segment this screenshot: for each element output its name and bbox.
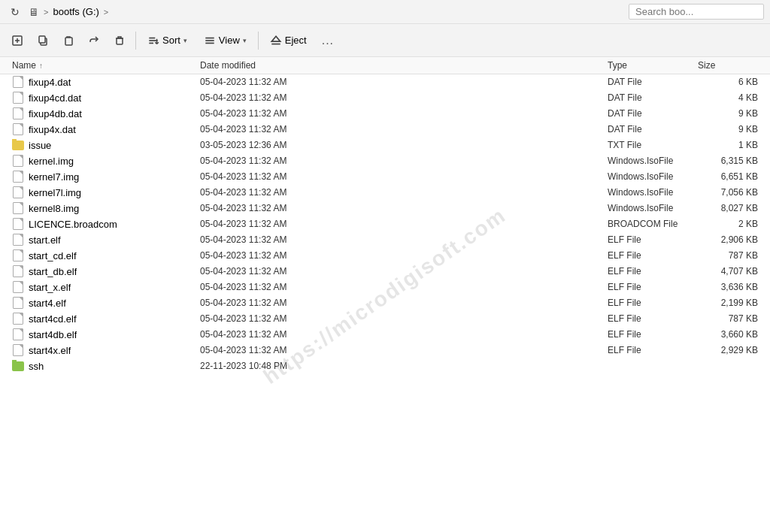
table-row[interactable]: start4db.elf 05-04-2023 11:32 AM ELF Fil… (0, 327, 770, 343)
file-type: ELF File (608, 345, 698, 355)
file-date: 05-04-2023 11:32 AM (200, 203, 608, 213)
file-type: Windows.IsoFile (608, 187, 698, 198)
file-icon (12, 313, 24, 325)
breadcrumb-path[interactable]: bootfs (G:) (53, 6, 99, 17)
file-icon (12, 186, 24, 198)
table-row[interactable]: fixup4x.dat 05-04-2023 11:32 AM DAT File… (0, 122, 770, 138)
file-name: start.elf (29, 234, 61, 246)
file-type: Windows.IsoFile (608, 203, 698, 213)
file-size: 6,315 KB (698, 156, 758, 166)
file-size: 9 KB (698, 108, 758, 119)
file-icon (12, 297, 24, 309)
breadcrumb-chevron-1: > (44, 8, 48, 17)
toolbar-separator-1 (135, 32, 136, 50)
table-row[interactable]: start.elf 05-04-2023 11:32 AM ELF File 2… (0, 232, 770, 248)
file-name-cell: fixup4.dat (12, 76, 200, 88)
search-input[interactable] (629, 4, 764, 20)
table-row[interactable]: start4x.elf 05-04-2023 11:32 AM ELF File… (0, 343, 770, 358)
file-name-cell: ssh (12, 360, 200, 372)
eject-button[interactable]: Eject (263, 31, 314, 50)
file-name: fixup4.dat (29, 77, 71, 88)
view-chevron: ▾ (243, 37, 247, 44)
file-date: 05-04-2023 11:32 AM (200, 77, 608, 87)
col-date[interactable]: Date modified (200, 60, 608, 71)
table-row[interactable]: start_x.elf 05-04-2023 11:32 AM ELF File… (0, 280, 770, 295)
refresh-button[interactable]: ↻ (6, 6, 24, 18)
file-name-cell: fixup4x.dat (12, 123, 200, 135)
file-name-cell: start_db.elf (12, 265, 200, 277)
table-row[interactable]: LICENCE.broadcom 05-04-2023 11:32 AM BRO… (0, 216, 770, 232)
file-type: ELF File (608, 266, 698, 277)
new-button[interactable] (6, 31, 29, 50)
file-date: 05-04-2023 11:32 AM (200, 234, 608, 245)
file-date: 05-04-2023 11:32 AM (200, 187, 608, 198)
file-name-cell: LICENCE.broadcom (12, 218, 200, 230)
file-name: start4cd.elf (29, 313, 77, 325)
file-type: DAT File (608, 92, 698, 103)
file-name: start_x.elf (29, 282, 71, 293)
file-icon (12, 123, 24, 135)
file-date: 05-04-2023 11:32 AM (200, 345, 608, 355)
more-button[interactable]: ... (317, 30, 339, 51)
table-row[interactable]: kernel8.img 05-04-2023 11:32 AM Windows.… (0, 201, 770, 216)
table-row[interactable]: start4cd.elf 05-04-2023 11:32 AM ELF Fil… (0, 311, 770, 327)
file-name-cell: start4.elf (12, 297, 200, 309)
col-type[interactable]: Type (608, 60, 698, 71)
share-button[interactable] (83, 31, 105, 50)
table-row[interactable]: kernel.img 05-04-2023 11:32 AM Windows.I… (0, 153, 770, 169)
file-name-cell: kernel7l.img (12, 186, 200, 198)
sort-label: Sort (162, 35, 180, 46)
file-type: ELF File (608, 234, 698, 245)
sort-button[interactable]: Sort ▾ (141, 31, 194, 50)
column-headers: Name ↑ Date modified Type Size (0, 57, 770, 74)
file-size: 4,707 KB (698, 266, 758, 277)
file-type: ELF File (608, 282, 698, 292)
table-row[interactable]: issue 03-05-2023 12:36 AM TXT File 1 KB (0, 138, 770, 153)
sort-chevron: ▾ (183, 37, 187, 44)
file-size: 2 KB (698, 219, 758, 229)
table-row[interactable]: fixup4cd.dat 05-04-2023 11:32 AM DAT Fil… (0, 90, 770, 106)
file-date: 05-04-2023 11:32 AM (200, 266, 608, 277)
file-size: 7,056 KB (698, 187, 758, 198)
table-row[interactable]: start_db.elf 05-04-2023 11:32 AM ELF Fil… (0, 264, 770, 280)
file-size: 6 KB (698, 77, 758, 87)
table-row[interactable]: kernel7l.img 05-04-2023 11:32 AM Windows… (0, 185, 770, 201)
file-icon (12, 234, 24, 246)
file-icon (12, 360, 24, 372)
file-icon (12, 281, 24, 293)
file-name-cell: kernel8.img (12, 202, 200, 214)
table-row[interactable]: start4.elf 05-04-2023 11:32 AM ELF File … (0, 295, 770, 311)
file-name-cell: fixup4db.dat (12, 107, 200, 119)
file-type: ELF File (608, 250, 698, 261)
file-list: fixup4.dat 05-04-2023 11:32 AM DAT File … (0, 74, 770, 528)
eject-label: Eject (285, 35, 307, 46)
file-name: fixup4db.dat (29, 108, 82, 119)
delete-button[interactable] (108, 31, 131, 50)
copy-button[interactable] (32, 31, 54, 50)
file-name-cell: start_x.elf (12, 281, 200, 293)
file-icon (12, 344, 24, 356)
col-size[interactable]: Size (698, 60, 758, 71)
file-name-cell: start.elf (12, 234, 200, 246)
table-row[interactable]: fixup4.dat 05-04-2023 11:32 AM DAT File … (0, 74, 770, 90)
file-icon (12, 265, 24, 277)
table-row[interactable]: start_cd.elf 05-04-2023 11:32 AM ELF Fil… (0, 248, 770, 264)
table-row[interactable]: ssh 22-11-2023 10:48 PM (0, 358, 770, 374)
file-icon (12, 218, 24, 230)
view-button[interactable]: View ▾ (197, 31, 253, 50)
file-name-cell: start4cd.elf (12, 313, 200, 325)
col-name[interactable]: Name ↑ (12, 60, 200, 71)
file-type: BROADCOM File (608, 219, 698, 229)
file-type: DAT File (608, 77, 698, 87)
file-name: kernel7l.img (29, 187, 81, 198)
file-icon (12, 171, 24, 183)
file-type: Windows.IsoFile (608, 171, 698, 182)
table-row[interactable]: fixup4db.dat 05-04-2023 11:32 AM DAT Fil… (0, 106, 770, 122)
paste-button[interactable] (57, 31, 80, 50)
file-name-cell: start4x.elf (12, 344, 200, 356)
file-date: 05-04-2023 11:32 AM (200, 219, 608, 229)
file-size: 4 KB (698, 92, 758, 103)
file-name: start_cd.elf (29, 250, 77, 261)
table-row[interactable]: kernel7.img 05-04-2023 11:32 AM Windows.… (0, 169, 770, 185)
file-name: start_db.elf (29, 266, 77, 277)
